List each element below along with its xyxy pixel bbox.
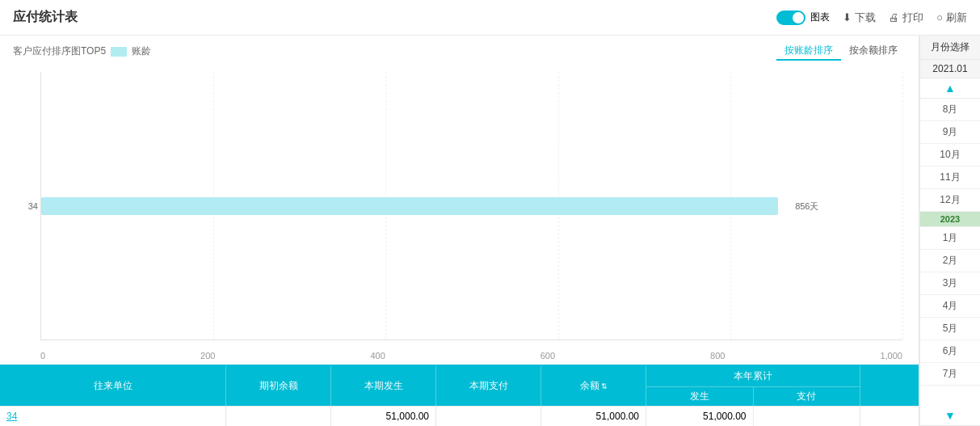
sidebar-current-date: 2021.01 [920, 60, 980, 78]
chart-sort-buttons: 按账龄排序 按余额排序 [776, 42, 906, 61]
balance-sort-icon: ⇅ [601, 382, 608, 390]
main-content: 客户应付排序图TOP5 账龄 按账龄排序 按余额排序 [0, 36, 980, 426]
sidebar-month-item-11[interactable]: 6月 [920, 340, 980, 363]
scroll-up-button[interactable]: ▲ [920, 78, 980, 99]
sort-by-amount-button[interactable]: 按余额排序 [841, 42, 906, 61]
td-balance: 51,000.00 [541, 407, 646, 426]
page-title: 应付统计表 [13, 9, 78, 26]
th-unit: 往来单位 [0, 366, 226, 406]
table-header: 往来单位 期初余额 本期发生 本期支付 余额 ⇅ 本年累计 发生 支付 [0, 366, 919, 406]
th-year-pay: 支付 [754, 387, 860, 406]
x-tick-1000: 1,000 [880, 351, 902, 361]
th-year-acc-sub: 发生 支付 [646, 387, 860, 406]
sidebar-month-item-6[interactable]: 1月 [920, 227, 980, 250]
sidebar-month-item-1[interactable]: 9月 [920, 121, 980, 144]
td-year-pay [754, 407, 861, 426]
refresh-icon: ○ [936, 11, 943, 23]
x-tick-800: 800 [710, 351, 725, 361]
th-period-occur: 本期发生 [331, 366, 436, 406]
sidebar-month-list: 8月9月10月11月12月20231月2月3月4月5月6月7月 [920, 99, 980, 406]
print-icon: 🖨 [889, 11, 899, 23]
th-year-occur: 发生 [646, 387, 754, 406]
chart-label: 图表 [810, 11, 830, 24]
sidebar-header: 月份选择 [920, 36, 980, 60]
th-year-acc-label: 本年累计 [646, 366, 860, 387]
unit-link[interactable]: 34 [6, 411, 17, 422]
bar-row: 34 856天 [41, 197, 902, 215]
gridline-5 [902, 72, 903, 340]
sidebar-month-item-9[interactable]: 4月 [920, 295, 980, 318]
td-period-open [226, 407, 331, 426]
sidebar: 月份选择 2021.01 ▲ 8月9月10月11月12月20231月2月3月4月… [919, 36, 980, 426]
th-balance: 余额 ⇅ [541, 366, 646, 406]
print-label: 打印 [902, 11, 923, 25]
header-actions: 图表 ⬇ 下载 🖨 打印 ○ 刷新 [776, 11, 967, 25]
chart-body: 34 856天 0 200 400 600 800 1,000 [0, 64, 919, 365]
th-period-open: 期初余额 [226, 366, 331, 406]
chart-axes: 34 856天 [40, 72, 902, 340]
chart-toggle-wrap: 图表 [776, 11, 830, 25]
x-tick-400: 400 [370, 351, 385, 361]
legend-box [111, 47, 127, 57]
table-row: 34 51,000.00 51,000.00 51,000.00 [0, 406, 919, 426]
bar-row-label: 34 [11, 201, 38, 211]
refresh-button[interactable]: ○ 刷新 [936, 11, 967, 25]
print-button[interactable]: 🖨 打印 [889, 11, 923, 25]
sidebar-month-item-5[interactable]: 2023 [920, 212, 980, 227]
download-label: 下载 [855, 11, 876, 25]
sidebar-month-item-7[interactable]: 2月 [920, 250, 980, 272]
sort-by-balance-button[interactable]: 按账龄排序 [776, 42, 841, 61]
sidebar-month-item-12[interactable]: 7月 [920, 363, 980, 386]
scroll-down-button[interactable]: ▼ [920, 406, 980, 426]
x-axis: 0 200 400 600 800 1,000 [40, 351, 902, 361]
table-section: 往来单位 期初余额 本期发生 本期支付 余额 ⇅ 本年累计 发生 支付 [0, 365, 919, 426]
td-period-occur: 51,000.00 [331, 407, 436, 426]
td-unit: 34 [0, 407, 226, 426]
x-tick-200: 200 [200, 351, 215, 361]
td-year-acc: 51,000.00 [646, 407, 860, 426]
x-tick-600: 600 [540, 351, 555, 361]
download-button[interactable]: ⬇ 下载 [843, 11, 876, 25]
bar-end-label: 856天 [795, 200, 818, 212]
chart-header: 客户应付排序图TOP5 账龄 按账龄排序 按余额排序 [0, 36, 919, 64]
sidebar-month-item-3[interactable]: 11月 [920, 167, 980, 189]
td-period-pay [436, 407, 541, 426]
header: 应付统计表 图表 ⬇ 下载 🖨 打印 ○ 刷新 [0, 0, 980, 36]
chart-legend: 客户应付排序图TOP5 账龄 [13, 44, 151, 58]
download-icon: ⬇ [843, 11, 852, 23]
refresh-label: 刷新 [946, 11, 967, 25]
legend-box-label: 账龄 [132, 44, 151, 58]
sidebar-month-item-8[interactable]: 3月 [920, 272, 980, 295]
sidebar-month-item-4[interactable]: 12月 [920, 189, 980, 212]
bar-fill: 856天 [41, 197, 778, 215]
x-tick-0: 0 [40, 351, 45, 361]
sidebar-month-item-2[interactable]: 10月 [920, 144, 980, 167]
page: 应付统计表 图表 ⬇ 下载 🖨 打印 ○ 刷新 [0, 0, 980, 426]
legend-title: 客户应付排序图TOP5 [13, 44, 106, 58]
chart-section: 客户应付排序图TOP5 账龄 按账龄排序 按余额排序 [0, 36, 919, 426]
th-period-pay: 本期支付 [436, 366, 541, 406]
th-year-acc: 本年累计 发生 支付 [646, 366, 860, 406]
chart-toggle[interactable] [776, 11, 805, 25]
sidebar-month-item-0[interactable]: 8月 [920, 99, 980, 121]
td-year-occur: 51,000.00 [646, 407, 754, 426]
sidebar-month-item-10[interactable]: 5月 [920, 318, 980, 340]
